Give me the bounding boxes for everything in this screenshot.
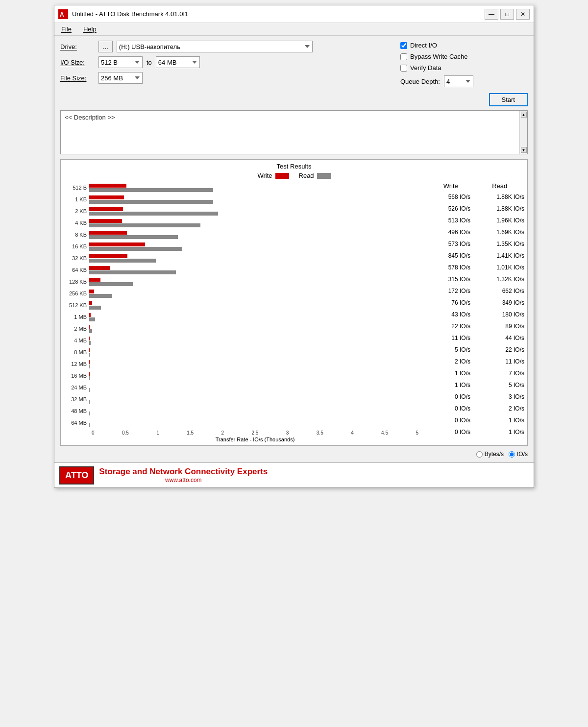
bar-label: 32 KB <box>64 255 89 261</box>
file-size-select[interactable]: 256 MB <box>98 72 143 84</box>
write-bar <box>89 242 145 246</box>
write-legend: Write <box>257 172 289 179</box>
close-button[interactable]: ✕ <box>516 9 530 20</box>
write-bar <box>89 290 94 293</box>
read-bar <box>89 376 90 380</box>
bar-container <box>89 382 418 393</box>
results-row: 496 IO/s1.69K IO/s <box>426 227 524 238</box>
bar-label: 8 MB <box>64 349 89 355</box>
svg-text:A: A <box>60 11 64 18</box>
atto-tagline: Storage and Network Connectivity Experts <box>99 467 268 477</box>
results-write-value: 0 IO/s <box>426 429 470 436</box>
file-size-label: File Size: <box>60 74 95 82</box>
results-write-value: 568 IO/s <box>426 194 470 200</box>
start-button[interactable]: Start <box>489 93 528 106</box>
io-s-label: IO/s <box>517 451 528 458</box>
results-row: 0 IO/s1 IO/s <box>426 427 524 437</box>
results-row: 11 IO/s44 IO/s <box>426 333 524 343</box>
write-bar <box>89 195 124 199</box>
direct-io-checkbox[interactable] <box>400 42 407 49</box>
results-row: 845 IO/s1.41K IO/s <box>426 250 524 261</box>
results-read-value: 1.41K IO/s <box>480 252 524 259</box>
bypass-write-cache-checkbox[interactable] <box>400 53 407 60</box>
verify-data-label: Verify Data <box>410 64 441 72</box>
results-read-value: 7 IO/s <box>480 370 524 377</box>
results-read-header: Read <box>492 182 507 190</box>
bar-row: 4 KB <box>64 218 418 228</box>
read-bar <box>89 235 178 239</box>
scroll-down-arrow[interactable]: ▼ <box>521 147 527 153</box>
write-bar <box>89 219 122 223</box>
results-read-value: 180 IO/s <box>480 311 524 318</box>
bar-row: 48 MB <box>64 406 418 416</box>
bar-row: 2 MB <box>64 323 418 334</box>
bar-row: 4 MB <box>64 335 418 346</box>
read-legend-label: Read <box>299 172 314 179</box>
io-size-to-select[interactable]: 64 MB <box>156 56 200 68</box>
results-read-value: 1.35K IO/s <box>480 241 524 247</box>
bar-label: 4 KB <box>64 220 89 226</box>
bytes-s-radio[interactable] <box>476 451 483 458</box>
read-bar <box>89 353 90 357</box>
left-controls: Drive: ... (H:) USB-накопитель I/O Size:… <box>60 41 391 88</box>
bar-row: 32 KB <box>64 253 418 264</box>
bar-label: 32 MB <box>64 396 89 402</box>
results-row: 43 IO/s180 IO/s <box>426 309 524 320</box>
scroll-up-arrow[interactable]: ▲ <box>521 112 527 118</box>
x-axis: 0 0.5 1 1.5 2 2.5 3 3.5 4 4.5 5 <box>92 430 418 436</box>
verify-data-checkbox[interactable] <box>400 65 407 72</box>
results-read-value: 5 IO/s <box>480 382 524 388</box>
maximize-button[interactable]: □ <box>500 9 514 20</box>
bar-label: 12 MB <box>64 361 89 367</box>
drive-select[interactable]: (H:) USB-накопитель <box>117 41 313 52</box>
bar-chart-container: 512 B1 KB2 KB4 KB8 KB16 KB32 KB64 KB128 … <box>64 182 418 442</box>
description-box: << Description >> ▲ ▼ <box>60 110 528 154</box>
results-read-value: 11 IO/s <box>480 358 524 365</box>
results-row: 0 IO/s3 IO/s <box>426 391 524 402</box>
file-size-row: File Size: 256 MB <box>60 72 391 84</box>
drive-row: Drive: ... (H:) USB-накопитель <box>60 41 391 52</box>
write-bar <box>89 313 91 317</box>
window-controls: — □ ✕ <box>485 9 530 20</box>
menu-file[interactable]: File <box>58 24 74 34</box>
write-bar <box>89 301 92 305</box>
results-row: 526 IO/s1.88K IO/s <box>426 203 524 214</box>
io-size-from-select[interactable]: 512 B <box>98 56 143 68</box>
drive-browse-button[interactable]: ... <box>98 41 113 52</box>
minimize-button[interactable]: — <box>485 9 498 20</box>
description-scrollbar[interactable]: ▲ ▼ <box>519 111 527 154</box>
bar-label: 2 MB <box>64 326 89 332</box>
results-read-value: 1.88K IO/s <box>480 194 524 200</box>
results-row: 76 IO/s349 IO/s <box>426 297 524 308</box>
atto-url: www.atto.com <box>99 477 268 484</box>
read-bar <box>89 223 200 227</box>
write-bar <box>89 325 90 329</box>
bar-label: 16 KB <box>64 243 89 249</box>
io-size-label: I/O Size: <box>60 59 95 66</box>
read-bar <box>89 364 90 368</box>
bar-row: 1 MB <box>64 312 418 322</box>
bar-label: 24 MB <box>64 385 89 390</box>
atto-banner: ATTO Storage and Network Connectivity Ex… <box>54 462 534 487</box>
bar-container <box>89 218 418 228</box>
x-axis-title: Transfer Rate - IO/s (Thousands) <box>92 436 418 442</box>
menu-help[interactable]: Help <box>80 24 99 34</box>
bytes-s-radio-item: Bytes/s <box>476 451 504 458</box>
queue-depth-select[interactable]: 4 <box>444 75 473 87</box>
bar-row: 8 KB <box>64 229 418 240</box>
results-read-value: 1.69K IO/s <box>480 229 524 236</box>
bar-container <box>89 276 418 287</box>
right-controls: Direct I/O Bypass Write Cache Verify Dat… <box>400 41 528 106</box>
results-write-header: Write <box>443 182 458 190</box>
results-row: 315 IO/s1.32K IO/s <box>426 274 524 285</box>
results-read-value: 1.96K IO/s <box>480 217 524 224</box>
bar-container <box>89 300 418 311</box>
results-row: 1 IO/s7 IO/s <box>426 368 524 379</box>
io-s-radio[interactable] <box>509 451 515 458</box>
controls-row: Drive: ... (H:) USB-накопитель I/O Size:… <box>60 41 528 106</box>
results-read-value: 1.01K IO/s <box>480 264 524 271</box>
results-read-value: 349 IO/s <box>480 299 524 306</box>
bar-container <box>89 265 418 275</box>
bar-row: 24 MB <box>64 382 418 393</box>
bar-row: 32 MB <box>64 394 418 405</box>
